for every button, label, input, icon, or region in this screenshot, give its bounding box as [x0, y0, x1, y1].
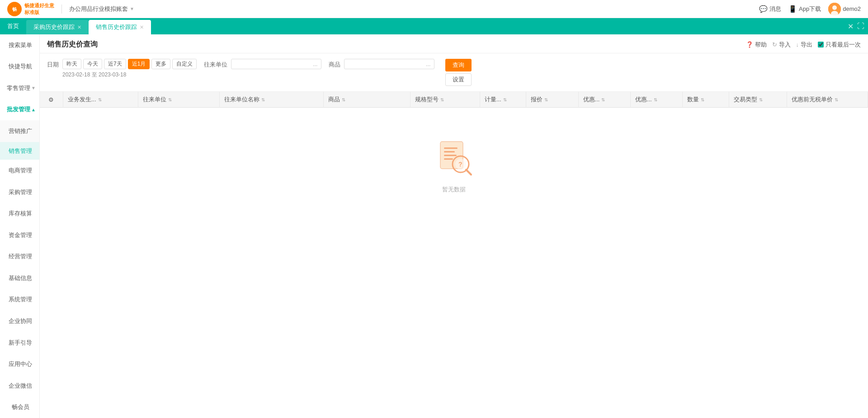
sidebar-item-sales-mgmt[interactable]: 销售管理	[0, 142, 39, 160]
goods-input[interactable]	[348, 61, 426, 67]
col-goods[interactable]: 商品⇅	[324, 92, 410, 108]
counterparty-field[interactable]: ...	[231, 59, 321, 69]
tab-purchase-history[interactable]: 采购历史价跟踪 ✕	[26, 20, 89, 34]
date-btn-7days[interactable]: 近7天	[104, 59, 126, 69]
table-container: ⚙ 业务发生...⇅ 往来单位⇅ 往来单位名称⇅	[40, 92, 868, 418]
date-btn-today[interactable]: 今天	[83, 59, 102, 69]
sort-icon: ⇅	[342, 97, 345, 102]
empty-state: ? 暂无数据	[40, 108, 868, 221]
sidebar-item-purchase[interactable]: 采购管理	[0, 181, 39, 203]
only-last-checkbox[interactable]: 只看最后一次	[818, 41, 861, 49]
maximize-btn[interactable]: ⛶	[857, 22, 864, 30]
phone-icon: 📱	[788, 5, 797, 13]
tab-close-purchase[interactable]: ✕	[77, 24, 81, 30]
help-icon: ❓	[746, 41, 753, 48]
sidebar-item-inventory[interactable]: 库存核算	[0, 203, 39, 224]
svg-rect-7	[444, 151, 455, 152]
counterparty-label: 往来单位	[204, 59, 227, 69]
date-options: 昨天 今天 近7天 近1月 更多 自定义 2023-02-18 至 2023-0…	[62, 59, 197, 79]
sort-icon: ⇅	[835, 97, 838, 102]
sidebar-item-quick-nav[interactable]: 快捷导航	[0, 56, 39, 78]
goods-label: 商品	[329, 59, 340, 69]
chevron-down-icon: ▼	[130, 6, 134, 11]
app-download-button[interactable]: 📱 App下载	[788, 5, 821, 13]
top-header: 畅 畅捷通好生意 标准版 办公用品行业模拟账套 ▼ 💬 消息 📱 App下载 d…	[0, 0, 868, 18]
sidebar-item-ecommerce[interactable]: 电商管理	[0, 160, 39, 181]
header-right: 💬 消息 📱 App下载 demo2	[759, 3, 861, 15]
col-counterparty[interactable]: 往来单位⇅	[138, 92, 219, 108]
header-divider	[61, 5, 62, 14]
sidebar-item-operations[interactable]: 经营管理	[0, 246, 39, 268]
svg-rect-6	[444, 147, 458, 149]
sort-icon: ⇅	[701, 97, 704, 102]
sidebar-item-system[interactable]: 系统管理	[0, 289, 39, 311]
sidebar-item-retail[interactable]: 零售管理 ▼	[0, 77, 39, 99]
date-btn-1month[interactable]: 近1月	[128, 59, 150, 69]
chevron-down-icon: ▼	[31, 86, 36, 90]
sidebar-item-marketing[interactable]: 营销推广	[0, 120, 39, 142]
sort-icon: ⇅	[261, 97, 265, 102]
user-profile[interactable]: demo2	[828, 3, 861, 15]
sidebar-item-search[interactable]: 搜索菜单	[0, 34, 39, 56]
goods-filter-group: 商品 ...	[329, 59, 434, 69]
close-tab-btn[interactable]: ✕	[848, 22, 854, 31]
col-trade-type[interactable]: 交易类型⇅	[729, 92, 787, 108]
sort-icon: ⇅	[654, 97, 657, 102]
empty-text: 暂无数据	[442, 185, 466, 194]
chevron-up-icon: ▲	[31, 107, 36, 112]
col-discount2[interactable]: 优惠...⇅	[630, 92, 682, 108]
goods-dots[interactable]: ...	[426, 61, 430, 67]
logo-area: 畅 畅捷通好生意 标准版	[7, 2, 54, 16]
col-quote[interactable]: 报价⇅	[526, 92, 578, 108]
help-button[interactable]: ❓ 帮助	[746, 41, 767, 49]
date-filter-group: 日期 昨天 今天 近7天 近1月 更多 自定义 2023-02-18 至 202…	[47, 59, 197, 79]
col-biz-date[interactable]: 业务发生...⇅	[63, 92, 138, 108]
page-header: 销售历史价查询 ❓ 帮助 ↻ 导入 ↓ 导出	[40, 34, 868, 53]
sidebar: 搜索菜单 快捷导航 零售管理 ▼ 批发管理 ▲ 营销推广 销售管理 电商管理 采…	[0, 34, 40, 418]
tab-close-sales[interactable]: ✕	[140, 24, 144, 30]
import-button[interactable]: ↻ 导入	[772, 41, 791, 49]
tab-sales-history[interactable]: 销售历史价跟踪 ✕	[89, 20, 151, 34]
tab-home[interactable]: 首页	[0, 18, 26, 34]
date-btn-custom[interactable]: 自定义	[172, 59, 197, 69]
col-settings[interactable]: ⚙	[40, 92, 63, 108]
table-header: ⚙ 业务发生...⇅ 往来单位⇅ 往来单位名称⇅	[40, 92, 868, 108]
chat-button[interactable]: 💬 消息	[759, 5, 781, 13]
sidebar-item-wholesale[interactable]: 批发管理 ▲	[0, 99, 39, 121]
company-selector[interactable]: 办公用品行业模拟账套 ▼	[69, 5, 134, 13]
sort-icon: ⇅	[440, 97, 444, 102]
search-button[interactable]: 查询	[445, 59, 472, 71]
chat-icon: 💬	[759, 5, 768, 13]
counterparty-dots[interactable]: ...	[313, 61, 317, 67]
sidebar-item-finance[interactable]: 资金管理	[0, 224, 39, 246]
logo-icon: 畅	[7, 2, 22, 16]
col-unit[interactable]: 计量...⇅	[480, 92, 526, 108]
svg-rect-8	[444, 155, 457, 156]
sort-icon: ⇅	[759, 97, 763, 102]
sidebar-item-app-center[interactable]: 应用中心	[0, 353, 39, 375]
date-btn-yesterday[interactable]: 昨天	[62, 59, 81, 69]
goods-field[interactable]: ...	[344, 59, 434, 69]
sidebar-item-member[interactable]: 畅会员	[0, 396, 39, 418]
svg-line-12	[466, 170, 471, 175]
sidebar-item-basic-info[interactable]: 基础信息	[0, 267, 39, 289]
sidebar-item-wechat[interactable]: 企业微信	[0, 375, 39, 397]
counterparty-input[interactable]	[235, 61, 313, 67]
export-button[interactable]: ↓ 导出	[796, 41, 813, 49]
col-pretax-price[interactable]: 优惠前无税单价⇅	[787, 92, 868, 108]
filter-bar: 日期 昨天 今天 近7天 近1月 更多 自定义 2023-02-18 至 202…	[40, 53, 868, 92]
settings-button[interactable]: 设置	[445, 73, 472, 86]
col-qty[interactable]: 数量⇅	[683, 92, 729, 108]
col-discount1[interactable]: 优惠...⇅	[578, 92, 630, 108]
action-buttons: 查询 设置	[445, 59, 472, 86]
col-spec[interactable]: 规格型号⇅	[410, 92, 480, 108]
col-counterparty-name[interactable]: 往来单位名称⇅	[219, 92, 324, 108]
content-area: 销售历史价查询 ❓ 帮助 ↻ 导入 ↓ 导出	[40, 34, 868, 418]
avatar	[828, 3, 841, 15]
date-btn-more[interactable]: 更多	[151, 59, 170, 69]
sidebar-item-guide[interactable]: 新手引导	[0, 332, 39, 354]
sidebar-item-cooperation[interactable]: 企业协同	[0, 310, 39, 332]
sort-icon: ⇅	[601, 97, 605, 102]
tab-bar: 首页 采购历史价跟踪 ✕ 销售历史价跟踪 ✕ ✕ ⛶	[0, 18, 868, 34]
counterparty-filter-group: 往来单位 ...	[204, 59, 321, 69]
